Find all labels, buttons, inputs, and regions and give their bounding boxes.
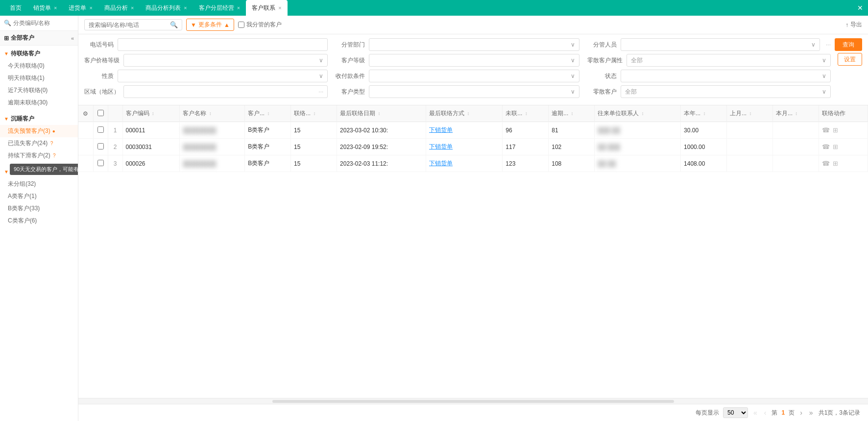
contact-method-link-1[interactable]: 下销货单 (429, 126, 453, 133)
horizontal-scrollbar[interactable] (78, 398, 868, 404)
filter-zero-customer-select[interactable]: 全部 ∨ (621, 85, 831, 98)
filter-region: 区域（地区） ··· (84, 85, 328, 98)
sidebar-search-input[interactable] (13, 20, 74, 26)
th-last-contact-method[interactable]: 最后联络方式 ↕ (426, 105, 503, 122)
th-checkbox (93, 105, 108, 122)
row-checkbox-1[interactable] (97, 126, 104, 133)
search-icon-btn[interactable]: 🔍 (170, 21, 178, 28)
query-button[interactable]: 查询 (835, 38, 862, 51)
nav-tab-analysis-list[interactable]: 商品分析列表 × (140, 0, 193, 16)
th-settings[interactable]: ⚙ (78, 105, 93, 122)
th-last-contact-date[interactable]: 最后联络日期 ↕ (337, 105, 426, 122)
sidebar-item-today-contact[interactable]: 今天待联络(0) (0, 60, 78, 72)
td-code-1: 000011 (122, 122, 180, 139)
filter-zero-attr-select[interactable]: 全部 ∨ (627, 54, 831, 67)
td-method-2: 下销货单 (426, 139, 503, 155)
close-icon-analysis[interactable]: × (131, 5, 134, 11)
close-icon-sales[interactable]: × (54, 5, 57, 11)
sidebar-item-a-class[interactable]: A类客户(1) (0, 190, 78, 202)
td-contact-2: 15 (291, 139, 337, 155)
toolbar: 🔍 ▼ 更多条件 ▲ 我分管的客户 ↑ 导出 (78, 16, 868, 34)
sidebar-item-c-class[interactable]: C类客户(6) (0, 215, 78, 227)
row-checkbox-2[interactable] (97, 143, 104, 149)
filter-status-select[interactable]: ∨ (621, 70, 831, 82)
contact-icon-1[interactable]: ☎ (822, 126, 830, 134)
sidebar-item-declining[interactable]: 持续下滑客户(2) ? (0, 149, 78, 162)
scrollbar-track[interactable] (272, 400, 674, 403)
th-last-month[interactable]: 上月... ↕ (727, 105, 773, 122)
nav-tab-customer-tier[interactable]: 客户分层经营 × (193, 0, 246, 16)
page-size-select[interactable]: 50 100 200 (723, 407, 748, 418)
filter-customer-type-select[interactable]: ∨ (369, 85, 579, 98)
sidebar-item-overdue-contact[interactable]: 逾期未联络(30) (0, 97, 78, 109)
filter-price-select[interactable]: ∨ (123, 54, 328, 67)
td-last-month-1 (727, 122, 773, 139)
sidebar-item-churned[interactable]: 已流失客户(24) ? (0, 137, 78, 149)
th-type[interactable]: 客户... ↕ (245, 105, 291, 122)
filter-payment-select[interactable]: ∨ (369, 70, 579, 82)
group-value-customer-title[interactable]: ▼ 价值客户 ↻ ✎ (0, 166, 78, 178)
my-customers-checkbox[interactable] (238, 22, 244, 28)
close-icon-purchase[interactable]: × (89, 5, 92, 11)
th-contact[interactable]: 联络... ↕ (291, 105, 337, 122)
sidebar-search-bar: 🔍 (0, 16, 78, 31)
top-nav: 首页 销货单 × 进货单 × 商品分析 × 商品分析列表 × 客户分层经营 × … (0, 0, 868, 16)
contact-icon-3[interactable]: ☎ (822, 160, 830, 167)
nav-tab-customer-contact[interactable]: 客户联系 × (246, 0, 287, 16)
th-this-month[interactable]: 本月... ↕ (773, 105, 819, 122)
contact-method-link-3[interactable]: 下销货单 (429, 160, 453, 167)
contact-icon-2[interactable]: ☎ (822, 143, 830, 150)
last-page-btn[interactable]: » (808, 409, 815, 417)
first-page-btn[interactable]: « (752, 409, 759, 417)
settings-button[interactable]: 设置 (838, 53, 862, 66)
my-customers-checkbox-wrap[interactable]: 我分管的客户 (238, 21, 282, 29)
sidebar-item-tomorrow-contact[interactable]: 明天待联络(1) (0, 72, 78, 84)
nav-tab-analysis[interactable]: 商品分析 × (98, 0, 140, 16)
all-customers-header[interactable]: ⊞ 全部客户 « (0, 31, 78, 46)
th-code[interactable]: 客户编码 ↕ (122, 105, 180, 122)
th-unit-contact[interactable]: 往来单位联系人 ↕ (595, 105, 681, 122)
close-icon-customer-tier[interactable]: × (237, 5, 240, 11)
customer-table: ⚙ 客户编码 ↕ 客户名称 ↕ 客户... ↕ 联络... ↕ 最后联络日期 ↕… (78, 105, 868, 172)
close-icon-analysis-list[interactable]: × (184, 5, 187, 11)
row-checkbox-3[interactable] (97, 160, 104, 166)
group-dormant-title[interactable]: ▼ 沉睡客户 (0, 113, 78, 125)
sidebar-item-week-contact[interactable]: 近7天待联络(0) (0, 84, 78, 97)
nav-tab-sales[interactable]: 销货单 × (27, 0, 63, 16)
select-all-checkbox[interactable] (97, 110, 104, 116)
filter-nature-select[interactable]: ∨ (118, 70, 328, 82)
sidebar-item-churn-warning[interactable]: 流失预警客户(3) ● (0, 125, 78, 137)
nav-home[interactable]: 首页 (4, 4, 27, 12)
sidebar-item-unclassified[interactable]: 未分组(32) (0, 178, 78, 190)
collapse-icon[interactable]: « (71, 35, 74, 41)
filter-customer-level-select[interactable]: ∨ (369, 54, 579, 67)
more-action-icon-2[interactable]: ⊞ (833, 143, 838, 150)
search-input[interactable] (89, 22, 170, 28)
close-window-icon[interactable]: ✕ (857, 4, 863, 12)
filter-phone-input[interactable] (118, 38, 328, 51)
filter-person-select[interactable]: ∨ (621, 38, 820, 51)
contact-method-link-2[interactable]: 下销货单 (429, 143, 453, 150)
more-icon[interactable]: ··· (826, 41, 831, 48)
prev-page-btn[interactable]: ‹ (763, 409, 768, 417)
edit-icon[interactable]: ✎ (69, 169, 74, 175)
nav-tab-purchase[interactable]: 进货单 × (63, 0, 98, 16)
more-dots-icon[interactable]: ··· (318, 88, 323, 95)
filter-dept-select[interactable]: ∨ (369, 38, 579, 51)
more-action-icon-1[interactable]: ⊞ (833, 126, 838, 134)
sidebar-item-b-class[interactable]: B类客户(33) (0, 202, 78, 215)
th-overdue[interactable]: 逾期... ↕ (549, 105, 595, 122)
th-name[interactable]: 客户名称 ↕ (180, 105, 245, 122)
more-action-icon-3[interactable]: ⊞ (833, 160, 838, 167)
more-conditions-btn[interactable]: ▼ 更多条件 ▲ (186, 19, 234, 31)
next-page-btn[interactable]: › (798, 409, 804, 417)
group-waiting-contact-title[interactable]: ▼ 待联络客户 (0, 48, 78, 60)
th-this-year[interactable]: 本年... ↕ (681, 105, 727, 122)
filter-region-select[interactable]: ··· (123, 85, 328, 98)
page-label: 每页显示 (696, 409, 719, 417)
td-unit-contact-2: ██ ███ (595, 139, 681, 155)
export-btn[interactable]: ↑ 导出 (845, 21, 862, 29)
th-uncontacted[interactable]: 未联... ↕ (503, 105, 549, 122)
refresh-icon[interactable]: ↻ (62, 169, 67, 175)
close-icon-customer-contact[interactable]: × (278, 5, 281, 11)
